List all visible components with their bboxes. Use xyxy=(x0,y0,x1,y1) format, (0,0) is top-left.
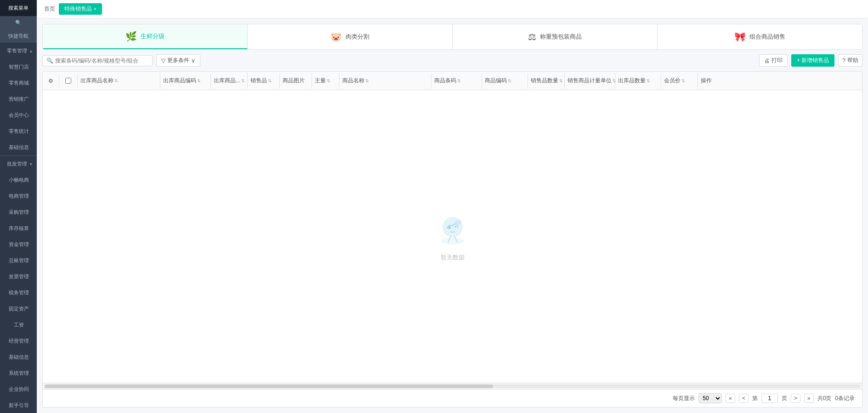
sidebar-item-retail-mgmt[interactable]: 零售管理 ▲ xyxy=(0,43,37,59)
total-pages: 共0页 xyxy=(817,395,832,402)
toolbar: 🔍 ▽ 更多条件 ∨ 🖨 打印 + 新增销售品 ? xyxy=(42,54,862,67)
topbar-tab-close[interactable]: × xyxy=(94,6,96,11)
add-product-button[interactable]: + 新增销售品 xyxy=(791,54,834,67)
th-checkbox[interactable] xyxy=(59,74,78,87)
print-icon: 🖨 xyxy=(764,57,770,64)
sidebar-item-system-mgmt[interactable]: 系统管理 xyxy=(0,365,37,381)
per-page-select[interactable]: 50 10 20 100 xyxy=(698,393,722,403)
cat-tab-meat-cut[interactable]: 🐷 肉类分割 xyxy=(248,24,453,49)
sidebar-search-button[interactable]: 🔍 xyxy=(0,16,37,30)
first-page-button[interactable]: « xyxy=(726,394,735,403)
th-out-spec: 出库商品... ⇅ xyxy=(211,73,248,88)
sidebar-item-general-ledger[interactable]: 总账管理 xyxy=(0,252,37,269)
prev-page-button[interactable]: < xyxy=(739,394,749,403)
sidebar-item-basic-info[interactable]: 基础信息 xyxy=(0,139,37,155)
sort-out-name-icon: ⇅ xyxy=(114,79,118,83)
sort-goods-name-icon: ⇅ xyxy=(365,79,369,83)
th-barcode: 商品条码 ⇅ xyxy=(431,73,482,88)
th-goods-name: 商品名称 ⇅ xyxy=(340,73,431,88)
sidebar-item-retail-mall[interactable]: 零售商城 xyxy=(0,75,37,91)
print-label: 打印 xyxy=(772,57,783,64)
sort-goods-code-icon: ⇅ xyxy=(508,79,511,83)
th-goods-code: 商品编码 ⇅ xyxy=(482,73,528,88)
help-button[interactable]: ? 帮助 xyxy=(838,54,862,67)
th-out-name: 出库商品名称 ⇅ xyxy=(78,73,160,88)
sidebar-item-smart-store[interactable]: 智慧门店 xyxy=(0,59,37,75)
toolbar-right: 🖨 打印 + 新增销售品 ? 帮助 xyxy=(759,54,862,67)
help-icon: ? xyxy=(842,57,845,64)
meat-cut-icon: 🐷 xyxy=(330,31,342,42)
scrollbar-track[interactable] xyxy=(45,384,860,388)
search-box[interactable]: 🔍 xyxy=(42,55,153,66)
th-out-qty: 出库品数量 ⇅ xyxy=(615,73,661,88)
sidebar-item-inventory[interactable]: 库存核算 xyxy=(0,220,37,236)
sort-barcode-icon: ⇅ xyxy=(457,79,461,83)
pagination: 每页显示 50 10 20 100 « < 第 页 > » 共0页 0条记录 xyxy=(43,389,862,407)
fresh-grade-icon: 🌿 xyxy=(125,31,137,42)
page-number-input[interactable] xyxy=(761,394,778,403)
toolbar-left: 🔍 ▽ 更多条件 ∨ xyxy=(42,54,200,67)
print-button[interactable]: 🖨 打印 xyxy=(759,54,788,67)
sidebar-item-tax-mgmt[interactable]: 税务管理 xyxy=(0,285,37,301)
sidebar-quick-nav[interactable]: 快捷导航 xyxy=(0,30,37,42)
search-icon: 🔍 xyxy=(46,57,53,64)
help-label: 帮助 xyxy=(847,57,858,64)
sidebar-item-finance-mgmt[interactable]: 资金管理 xyxy=(0,236,37,252)
cat-tab-weight-pack[interactable]: ⚖ 称重预包装商品 xyxy=(453,24,658,49)
scrollbar-thumb[interactable] xyxy=(45,384,493,388)
sidebar-item-basic-info2[interactable]: 基础信息 xyxy=(0,349,37,365)
search-input[interactable] xyxy=(55,57,148,64)
th-settings[interactable]: ⚙ xyxy=(43,74,59,88)
svg-point-3 xyxy=(454,226,456,228)
main-area: 首页 特殊销售品 × 🌿 生鲜分级 🐷 肉类分割 ⚖ 称重预包装商品 🎀 组合商… xyxy=(37,0,868,413)
topbar-home-link[interactable]: 首页 xyxy=(44,5,55,13)
sidebar-wholesale-section: 批发管理 ▼ 小畅电商 电商管理 采购管理 库存核算 资金管理 总账管理 发票管… xyxy=(0,155,37,413)
cat-tab-weight-pack-label: 称重预包装商品 xyxy=(540,33,582,41)
topbar-active-tab[interactable]: 特殊销售品 × xyxy=(59,3,102,15)
sidebar-item-new-guide[interactable]: 新手引导 xyxy=(0,397,37,413)
cat-tab-fresh-grade-label: 生鲜分级 xyxy=(141,32,165,40)
filter-arrow-icon: ∨ xyxy=(191,57,195,64)
sort-main-icon: ⇅ xyxy=(327,79,330,83)
th-actions: 操作 xyxy=(698,73,862,88)
sidebar-item-marketing[interactable]: 营销推广 xyxy=(0,91,37,107)
select-all-checkbox[interactable] xyxy=(65,78,71,84)
sidebar-item-wholesale-mgmt[interactable]: 批发管理 ▼ xyxy=(0,156,37,172)
sidebar-item-member-center[interactable]: 会员中心 xyxy=(0,107,37,123)
page-unit: 页 xyxy=(782,395,787,402)
sidebar-item-purchase-mgmt[interactable]: 采购管理 xyxy=(0,204,37,220)
topbar-tab-label: 特殊销售品 xyxy=(64,5,92,13)
last-page-button[interactable]: » xyxy=(804,394,814,403)
settings-icon: ⚙ xyxy=(48,78,53,84)
sidebar-item-ecom-mgmt[interactable]: 电商管理 xyxy=(0,188,37,204)
filter-icon: ▽ xyxy=(161,57,165,64)
cat-tab-fresh-grade[interactable]: 🌿 生鲜分级 xyxy=(43,24,248,49)
empty-text: 暂无数据 xyxy=(441,253,465,262)
next-page-button[interactable]: > xyxy=(791,394,800,403)
sidebar-item-mini-ecom[interactable]: 小畅电商 xyxy=(0,172,37,188)
cat-tab-meat-cut-label: 肉类分割 xyxy=(346,33,369,41)
svg-point-1 xyxy=(443,217,463,237)
th-out-code: 出库商品编码 ⇅ xyxy=(160,73,211,88)
sort-member-price-icon: ⇅ xyxy=(681,79,685,83)
empty-state-illustration xyxy=(434,211,471,248)
sidebar-item-invoice-mgmt[interactable]: 发票管理 xyxy=(0,269,37,285)
sidebar-retail-section: 零售管理 ▲ 智慧门店 零售商城 营销推广 会员中心 零售统计 基础信息 xyxy=(0,42,37,155)
th-main: 主量 ⇅ xyxy=(312,73,340,88)
th-selling: 销售品 ⇅ xyxy=(248,73,280,88)
sort-out-qty-icon: ⇅ xyxy=(647,79,650,83)
cat-tab-combo-sell[interactable]: 🎀 组合商品销售 xyxy=(658,24,862,49)
sidebar-item-retail-stats[interactable]: 零售统计 xyxy=(0,123,37,139)
sidebar-item-company-agreement[interactable]: 企业协同 xyxy=(0,381,37,397)
topbar: 首页 特殊销售品 × xyxy=(37,0,868,18)
page-label: 第 xyxy=(752,395,758,402)
sidebar-item-salary[interactable]: 工资 xyxy=(0,317,37,333)
th-sell-qty: 销售品数量 ⇅ xyxy=(528,73,565,88)
filter-button[interactable]: ▽ 更多条件 ∨ xyxy=(156,54,200,67)
sidebar-item-business-mgmt[interactable]: 经营管理 xyxy=(0,333,37,349)
sidebar-logo[interactable]: 搜索菜单 xyxy=(0,0,37,16)
horizontal-scrollbar[interactable] xyxy=(43,383,862,389)
category-tabs: 🌿 生鲜分级 🐷 肉类分割 ⚖ 称重预包装商品 🎀 组合商品销售 xyxy=(42,24,862,50)
th-member-price: 会员价 ⇅ xyxy=(661,73,698,88)
sidebar-item-fixed-assets[interactable]: 固定资产 xyxy=(0,301,37,317)
